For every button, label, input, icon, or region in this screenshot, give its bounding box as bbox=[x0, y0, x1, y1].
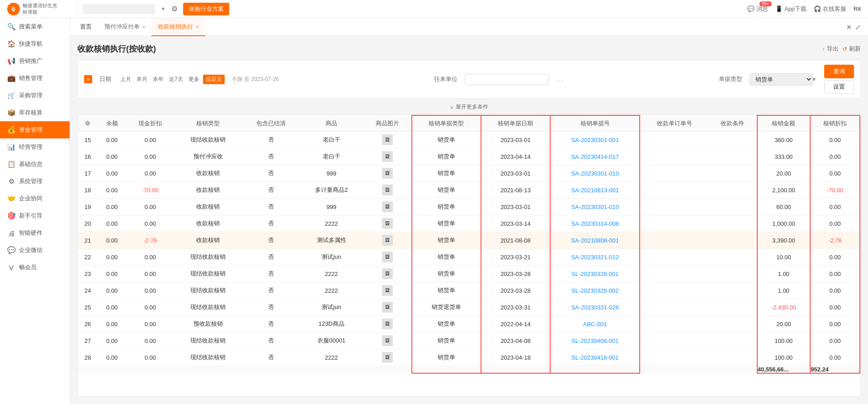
cell-product: 测试jun bbox=[300, 299, 363, 316]
table-footer-row: 40,556,66... 952.24 bbox=[78, 366, 860, 374]
bill-no-link[interactable]: SA-20230321-012 bbox=[571, 254, 619, 261]
cell-bill-no[interactable]: SA-20210808-001 bbox=[550, 232, 640, 249]
tab-controls: ✕ ⤢ bbox=[846, 24, 864, 31]
sidebar-item-marketing[interactable]: 📢 营销推广 bbox=[0, 52, 70, 70]
collab-icon: 🤝 bbox=[7, 195, 15, 203]
cell-bill-no[interactable]: SA-20230301-001 bbox=[550, 132, 640, 148]
basic-icon: 📋 bbox=[7, 160, 15, 168]
cell-writeoff-amount: 100.00 bbox=[757, 349, 810, 366]
sidebar-item-sales[interactable]: 💼 销售管理 bbox=[0, 70, 70, 87]
sidebar-item-purchase[interactable]: 🛒 采购管理 bbox=[0, 87, 70, 104]
sales-icon: 💼 bbox=[7, 74, 15, 82]
bill-no-link[interactable]: SL-20230418-001 bbox=[571, 354, 618, 361]
refresh-button[interactable]: ↺ 刷新 bbox=[842, 45, 861, 53]
col-include-settled: 包含已结清 bbox=[242, 115, 300, 132]
cell-bill-no[interactable]: SL-20230418-001 bbox=[550, 349, 640, 366]
expand-bar[interactable]: ∨ 展开更多条件 bbox=[77, 103, 861, 111]
cell-bill-date: 2023-03-21 bbox=[481, 249, 550, 266]
table-row: 27 0.00 0.00 现结收款核销 否 衣服00001 🖼 销货单 2023… bbox=[78, 333, 860, 349]
cell-cash-discount: 0.00 bbox=[126, 199, 174, 215]
sidebar-item-hardware[interactable]: 🖨 智能硬件 bbox=[0, 224, 70, 242]
cell-bill-no[interactable]: SA-20210813-001 bbox=[550, 182, 640, 199]
bill-no-link[interactable]: SA-20230414-017 bbox=[571, 153, 619, 160]
date-option-this-month[interactable]: 本月 bbox=[135, 75, 149, 84]
sidebar-item-system[interactable]: ⚙ 系统管理 bbox=[0, 173, 70, 190]
tab-home-label: 首页 bbox=[80, 23, 92, 31]
bill-no-link[interactable]: SA-20210813-001 bbox=[571, 187, 619, 194]
cell-bill-no[interactable]: SL-20230408-001 bbox=[550, 333, 640, 349]
gear-button[interactable]: ⚙ bbox=[171, 5, 178, 13]
logo-icon: 6 bbox=[7, 3, 20, 15]
bill-no-link[interactable]: ABC-001 bbox=[583, 321, 607, 328]
cell-balance: 0.00 bbox=[98, 215, 126, 232]
bill-no-link[interactable]: SL-20230408-001 bbox=[571, 337, 618, 344]
col-settings[interactable]: ⚙ bbox=[78, 115, 98, 132]
cell-bill-no[interactable]: SA-20230414-017 bbox=[550, 148, 640, 165]
sidebar-item-wechat[interactable]: 💬 企业微信 bbox=[0, 242, 70, 259]
sidebar-label-collab: 企业协同 bbox=[19, 195, 42, 203]
cell-bill-type: 销货单 bbox=[412, 148, 481, 165]
sidebar-item-basic[interactable]: 📋 基础信息 bbox=[0, 156, 70, 173]
date-option-7days[interactable]: 近7天 bbox=[167, 75, 185, 84]
cell-product-img: 🖼 bbox=[363, 266, 412, 282]
bill-no-link[interactable]: SA-20230331-026 bbox=[571, 304, 619, 311]
bill-no-link[interactable]: SL-20230328-001 bbox=[571, 271, 618, 277]
cell-bill-no[interactable]: SA-20230301-010 bbox=[550, 199, 640, 215]
message-badge: 99+ bbox=[760, 1, 772, 6]
cell-bill-no[interactable]: SA-20230321-012 bbox=[550, 249, 640, 266]
from-unit-input[interactable] bbox=[465, 74, 549, 85]
app-download[interactable]: 📱 App下载 bbox=[775, 5, 807, 13]
cell-bill-no[interactable]: ABC-001 bbox=[550, 316, 640, 333]
cell-bill-no[interactable]: SA-20230314-008 bbox=[550, 215, 640, 232]
sidebar-item-guide[interactable]: 🎯 新手引导 bbox=[0, 207, 70, 224]
online-service[interactable]: 🎧 在线客服 bbox=[814, 5, 846, 13]
sidebar-item-member[interactable]: V 畅会员 bbox=[0, 259, 70, 276]
date-option-last-month[interactable]: 上月 bbox=[118, 75, 133, 84]
breadcrumb-input[interactable] bbox=[83, 4, 155, 14]
sidebar-item-operation[interactable]: 📊 经营管理 bbox=[0, 138, 70, 156]
search-icon: 🔍 bbox=[7, 23, 15, 31]
bill-type-select[interactable]: 销货单 销货退货单 预收款单 bbox=[750, 73, 813, 86]
sidebar-item-finance[interactable]: 💰 资金管理 bbox=[0, 121, 70, 138]
message-area[interactable]: 💬 消息 99+ bbox=[747, 5, 768, 13]
tab-home[interactable]: 首页 bbox=[74, 18, 98, 36]
date-option-more[interactable]: 更多 bbox=[187, 75, 201, 84]
bill-no-link[interactable]: SA-20230314-008 bbox=[571, 220, 619, 227]
tab-writeoff[interactable]: 收款核销执行 × bbox=[151, 18, 205, 36]
cell-bill-no[interactable]: SA-20230301-010 bbox=[550, 165, 640, 182]
sidebar-label-guide: 新手引导 bbox=[19, 212, 42, 220]
cell-bill-no[interactable]: SL-20230328-002 bbox=[550, 282, 640, 299]
cell-receipt-order bbox=[640, 349, 708, 366]
bill-no-link[interactable]: SA-20230301-010 bbox=[571, 170, 619, 177]
footer-bill-date bbox=[481, 366, 550, 374]
cell-bill-no[interactable]: SL-20230328-001 bbox=[550, 266, 640, 282]
sidebar-item-inventory[interactable]: 📦 库存核算 bbox=[0, 104, 70, 121]
bill-no-link[interactable]: SA-20230301-010 bbox=[571, 204, 619, 210]
cell-balance: 0.00 bbox=[98, 282, 126, 299]
industry-btn[interactable]: 休验行业方案 bbox=[183, 3, 229, 15]
cell-receipt-order bbox=[640, 333, 708, 349]
tab-prepay[interactable]: 预付冲应付单 × bbox=[98, 18, 151, 36]
sidebar-item-search[interactable]: 🔍 搜索菜单 bbox=[0, 18, 70, 35]
date-option-custom[interactable]: 自定义 bbox=[203, 75, 225, 84]
tab-prepay-close[interactable]: × bbox=[142, 24, 145, 29]
sidebar-item-collab[interactable]: 🤝 企业协同 bbox=[0, 190, 70, 207]
collapse-arrow[interactable]: » bbox=[84, 75, 92, 83]
tab-expand-button[interactable]: ⤢ bbox=[855, 24, 861, 31]
cell-product-img: 🖼 bbox=[363, 349, 412, 366]
bill-no-link[interactable]: SA-20210808-001 bbox=[571, 237, 619, 244]
bill-no-link[interactable]: SL-20230328-002 bbox=[571, 287, 618, 294]
export-button[interactable]: ↑ 导出 bbox=[822, 45, 839, 53]
cell-id: 24 bbox=[78, 282, 98, 299]
cell-bill-no[interactable]: SA-20230331-026 bbox=[550, 299, 640, 316]
cell-include-settled: 否 bbox=[242, 282, 300, 299]
bill-no-link[interactable]: SA-20230301-001 bbox=[571, 137, 619, 143]
tab-close-button[interactable]: ✕ bbox=[846, 24, 852, 31]
date-option-this-year[interactable]: 本年 bbox=[151, 75, 165, 84]
sidebar-item-nav[interactable]: 🏠 快捷导航 bbox=[0, 35, 70, 52]
cell-writeoff-type: 收款核销 bbox=[175, 232, 242, 249]
tab-writeoff-close[interactable]: × bbox=[196, 24, 198, 29]
setting-button[interactable]: 设置 bbox=[824, 80, 854, 94]
cell-product-img: 🖼 bbox=[363, 165, 412, 182]
query-button[interactable]: 查询 bbox=[824, 65, 854, 78]
